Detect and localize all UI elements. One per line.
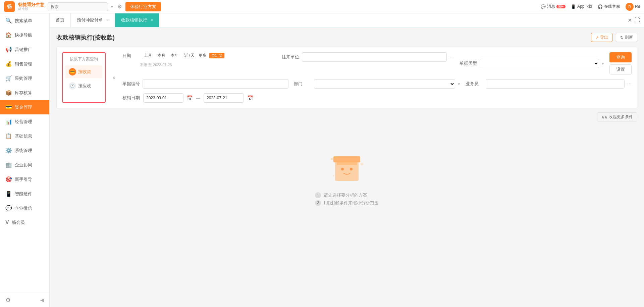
sidebar-item-purchase[interactable]: 🛒 采购管理	[0, 71, 49, 86]
brand-edition: 标准版	[18, 7, 44, 11]
member-icon: V	[5, 219, 9, 225]
doctype-dropdown-icon[interactable]: ▾	[602, 61, 604, 66]
counterparty-more-icon[interactable]: ···	[449, 54, 454, 60]
date-custom-badge[interactable]: 自定义	[209, 53, 224, 58]
sidebar-label-quick-nav: 快捷导航	[15, 32, 32, 38]
sidebar-settings-icon[interactable]: ⚙	[5, 296, 11, 304]
sidebar-label-purchase: 采购管理	[15, 75, 32, 82]
verify-date-start-input[interactable]	[143, 93, 183, 103]
verify-start-cal-icon[interactable]: 📅	[187, 95, 193, 101]
sidebar-item-sales[interactable]: 💰 销售管理	[0, 57, 49, 71]
message-badge: 99+	[556, 5, 566, 8]
filter-option-receipt[interactable]: 💳 按收款	[65, 65, 102, 78]
dept-select[interactable]	[314, 79, 455, 89]
app-download-item[interactable]: 📱 App下载	[571, 4, 592, 9]
sidebar-label-marketing: 营销推广	[15, 47, 32, 53]
filter-option-receipt-label: 按收款	[78, 69, 91, 75]
app-icon: 📱	[571, 4, 576, 9]
tab-expand-icon[interactable]: ⛶	[635, 17, 640, 23]
inventory-icon: 📦	[5, 90, 12, 96]
date-more[interactable]: 更多	[199, 53, 207, 58]
dept-dropdown-icon[interactable]: ▾	[458, 82, 460, 87]
guide-icon: 🎯	[5, 176, 12, 183]
svg-point-4	[350, 168, 353, 170]
date-this-year[interactable]: 本年	[169, 52, 180, 59]
ops-icon: 📊	[5, 118, 12, 125]
export-btn[interactable]: ↗ 导出	[591, 33, 612, 42]
sidebar-item-system[interactable]: ⚙️ 系统管理	[0, 143, 49, 158]
sidebar-item-marketing[interactable]: 📢 营销推广	[0, 42, 49, 57]
query-btn[interactable]: 查询	[609, 52, 632, 62]
date-7days[interactable]: 近7天	[183, 52, 196, 59]
system-icon: ⚙️	[5, 147, 12, 154]
date-hint-row: 不限 至 2023-07-26	[122, 62, 276, 67]
empty-num-1: 1	[315, 192, 321, 198]
empty-text-1: 请先选择要分析的方案	[324, 191, 367, 199]
settings-btn[interactable]: 设置	[609, 64, 632, 74]
settings-icon[interactable]: ⚙	[117, 3, 122, 10]
sidebar-item-inventory[interactable]: 📦 库存核算	[0, 86, 49, 100]
staff-field: 业务员 ···	[466, 79, 632, 89]
search-input[interactable]	[48, 2, 108, 11]
online-service-item[interactable]: 🎧 在线客服	[598, 4, 620, 9]
tab-prepay-close[interactable]: ×	[106, 18, 109, 22]
sidebar-item-wechat[interactable]: 💬 企业微信	[0, 201, 49, 215]
sidebar-item-guide[interactable]: 🎯 新手引导	[0, 172, 49, 187]
tab-prepay[interactable]: 预付冲应付单 ×	[71, 13, 115, 27]
tab-prepay-label: 预付冲应付单	[77, 17, 103, 23]
sidebar-item-finance[interactable]: 💳 资金管理	[0, 100, 49, 114]
sidebar-item-member[interactable]: V 畅会员	[0, 215, 49, 229]
message-item[interactable]: 💬 消息 99+	[541, 4, 566, 9]
quick-nav-icon: 🏠	[5, 32, 12, 38]
sidebar-item-quick-nav[interactable]: 🏠 快捷导航	[0, 28, 49, 42]
counterparty-input[interactable]	[302, 52, 447, 62]
verify-date-end-input[interactable]	[204, 93, 244, 103]
filter-option-receivable[interactable]: 🕐 按应收	[65, 80, 102, 92]
tab-home[interactable]: 首页	[50, 13, 71, 27]
brand-logo: 畅	[4, 1, 15, 12]
staff-more-icon[interactable]: ···	[627, 81, 632, 87]
verify-end-cal-icon[interactable]: 📅	[247, 95, 253, 101]
page-header: 收款核销执行(按收款) ↗ 导出 ↻ 刷新	[56, 33, 637, 42]
staff-input[interactable]	[486, 79, 625, 89]
tab-receipt-close[interactable]: ×	[151, 18, 153, 22]
sidebar-label-finance: 资金管理	[15, 104, 32, 110]
sidebar-label-inventory: 库存核算	[15, 90, 32, 96]
refresh-icon: ↻	[620, 35, 624, 40]
sidebar-item-hardware[interactable]: 📱 智能硬件	[0, 187, 49, 201]
verify-date-label: 核销日期	[122, 95, 140, 101]
wechat-icon: 💬	[5, 205, 12, 211]
user-item[interactable]: R Rit	[626, 3, 640, 11]
content: 收款核销执行(按收款) ↗ 导出 ↻ 刷新 按以下方案查询 💳 按收款	[50, 28, 644, 239]
sidebar-item-base[interactable]: 📋 基础信息	[0, 129, 49, 143]
filter-sidebar-title: 按以下方案查询	[65, 56, 102, 62]
purchase-icon: 🛒	[5, 75, 12, 82]
date-last-month[interactable]: 上月	[143, 52, 153, 59]
date-this-month[interactable]: 本月	[156, 52, 167, 59]
doctype-select[interactable]	[480, 59, 599, 68]
tab-receipt-verify[interactable]: 收款核销执行 ×	[115, 13, 159, 27]
service-icon: 🎧	[598, 4, 603, 9]
filter-collapse-btn[interactable]: »	[111, 52, 117, 103]
sidebar-item-enterprise[interactable]: 🏢 企业协同	[0, 158, 49, 172]
doctype-label: 单据类型	[460, 60, 477, 66]
staff-label: 业务员	[466, 81, 483, 87]
sidebar-item-search-menu[interactable]: 🔍 搜索菜单	[0, 13, 49, 28]
counterparty-label: 往来单位	[282, 54, 299, 60]
refresh-btn[interactable]: ↻ 刷新	[616, 33, 637, 42]
message-icon: 💬	[541, 4, 546, 9]
tab-close-all-icon[interactable]: ✕	[628, 17, 632, 23]
dropdown-icon[interactable]: ▼	[110, 4, 114, 9]
svg-point-6	[361, 163, 363, 165]
sales-icon: 💰	[5, 61, 12, 67]
sidebar-label-wechat: 企业微信	[15, 205, 32, 211]
user-name: Rit	[635, 4, 640, 9]
doctype-and-actions: 单据类型 ▾ 查询 设置	[460, 52, 632, 74]
collapse-more-btn[interactable]: ∧∧ 收起更多条件	[597, 112, 637, 121]
empty-num-2: 2	[315, 200, 321, 206]
sidebar-collapse-btn[interactable]: ◀	[40, 297, 44, 303]
industry-btn[interactable]: 休验行业方案	[125, 2, 161, 11]
sidebar-item-ops[interactable]: 📊 经营管理	[0, 114, 49, 129]
docno-input[interactable]	[143, 79, 288, 89]
date-shortcuts: 上月 本月 本年 近7天 更多 自定义	[143, 52, 224, 59]
